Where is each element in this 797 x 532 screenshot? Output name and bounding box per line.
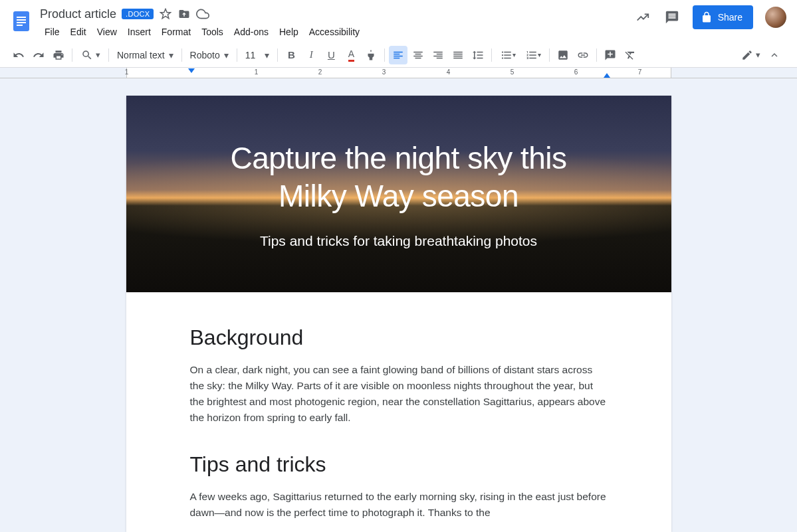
align-right-icon[interactable] <box>429 46 447 64</box>
bold-icon[interactable]: B <box>282 46 300 64</box>
separator <box>384 48 385 62</box>
separator <box>277 48 278 62</box>
image-icon[interactable] <box>554 46 572 64</box>
menu-edit[interactable]: Edit <box>66 24 91 40</box>
toolbar: ▾ Normal text▾ Roboto▾ 11▾ B I U A ▾ ▾ ▾ <box>0 43 797 68</box>
ruler[interactable]: 1 1 2 3 4 5 6 7 <box>0 68 797 78</box>
align-left-icon[interactable] <box>389 46 407 64</box>
svg-marker-5 <box>161 9 171 19</box>
document-title[interactable]: Product article <box>40 7 116 21</box>
menu-bar: File Edit View Insert Format Tools Add-o… <box>40 24 634 40</box>
italic-icon[interactable]: I <box>302 46 320 64</box>
underline-icon[interactable]: U <box>322 46 340 64</box>
svg-rect-2 <box>17 19 26 21</box>
menu-addons[interactable]: Add-ons <box>229 24 273 40</box>
separator <box>108 48 109 62</box>
svg-rect-4 <box>17 25 23 26</box>
menu-file[interactable]: File <box>40 24 64 40</box>
print-icon[interactable] <box>49 46 68 64</box>
collapse-icon[interactable] <box>765 46 784 64</box>
page[interactable]: Capture the night sky this Milky Way sea… <box>126 96 671 532</box>
separator <box>181 48 182 62</box>
align-justify-icon[interactable] <box>449 46 467 64</box>
separator <box>549 48 550 62</box>
font-size-select[interactable]: 11▾ <box>241 46 274 64</box>
numbered-list-icon[interactable]: ▾ <box>521 46 545 64</box>
clear-format-icon[interactable] <box>621 46 639 64</box>
separator <box>237 48 237 62</box>
link-icon[interactable] <box>574 46 592 64</box>
activity-icon[interactable] <box>634 9 651 26</box>
share-label: Share <box>718 12 742 23</box>
menu-tools[interactable]: Tools <box>197 24 228 40</box>
cloud-icon[interactable] <box>196 7 209 21</box>
separator <box>72 48 72 62</box>
menu-format[interactable]: Format <box>157 24 195 40</box>
document-body[interactable]: Background On a clear, dark night, you c… <box>126 292 671 532</box>
app-header: Product article .DOCX File Edit View Ins… <box>0 0 797 43</box>
separator <box>596 48 597 62</box>
svg-rect-1 <box>17 17 26 18</box>
text-color-icon[interactable]: A <box>342 46 360 64</box>
svg-rect-0 <box>13 11 29 31</box>
separator <box>491 48 492 62</box>
star-icon[interactable] <box>159 7 172 21</box>
font-select[interactable]: Roboto▾ <box>186 46 233 64</box>
paragraph-background[interactable]: On a clear, dark night, you can see a fa… <box>190 362 608 426</box>
add-comment-icon[interactable] <box>601 46 620 64</box>
menu-help[interactable]: Help <box>275 24 303 40</box>
right-indent-marker[interactable] <box>604 73 610 78</box>
menu-accessibility[interactable]: Accessibility <box>304 24 364 40</box>
docx-badge: .DOCX <box>122 9 154 19</box>
document-canvas[interactable]: Capture the night sky this Milky Way sea… <box>0 78 797 532</box>
bullet-list-icon[interactable]: ▾ <box>496 46 520 64</box>
hero-subtitle[interactable]: Tips and tricks for taking breathtaking … <box>260 233 537 249</box>
zoom-icon[interactable]: ▾ <box>76 46 104 64</box>
share-button[interactable]: Share <box>693 5 753 29</box>
header-actions: Share <box>634 5 789 29</box>
svg-rect-3 <box>17 22 26 23</box>
comment-icon[interactable] <box>663 9 681 26</box>
hero-image: Capture the night sky this Milky Way sea… <box>126 96 671 292</box>
docs-logo-icon[interactable] <box>8 8 35 35</box>
indent-first-line-marker[interactable] <box>188 68 195 73</box>
title-area: Product article .DOCX File Edit View Ins… <box>40 5 634 40</box>
heading-tips[interactable]: Tips and tricks <box>190 452 608 477</box>
menu-view[interactable]: View <box>92 24 122 40</box>
editing-mode-icon[interactable]: ▾ <box>737 46 764 64</box>
highlight-icon[interactable] <box>362 46 380 64</box>
undo-icon[interactable] <box>9 46 28 64</box>
line-spacing-icon[interactable] <box>469 46 487 64</box>
redo-icon[interactable] <box>29 46 48 64</box>
avatar[interactable] <box>765 7 786 28</box>
hero-title[interactable]: Capture the night sky this Milky Way sea… <box>230 139 566 216</box>
heading-background[interactable]: Background <box>190 325 608 350</box>
move-icon[interactable] <box>177 7 191 21</box>
style-select[interactable]: Normal text▾ <box>113 46 177 64</box>
menu-insert[interactable]: Insert <box>123 24 156 40</box>
align-center-icon[interactable] <box>409 46 427 64</box>
paragraph-tips[interactable]: A few weeks ago, Sagittarius returned to… <box>190 489 608 521</box>
